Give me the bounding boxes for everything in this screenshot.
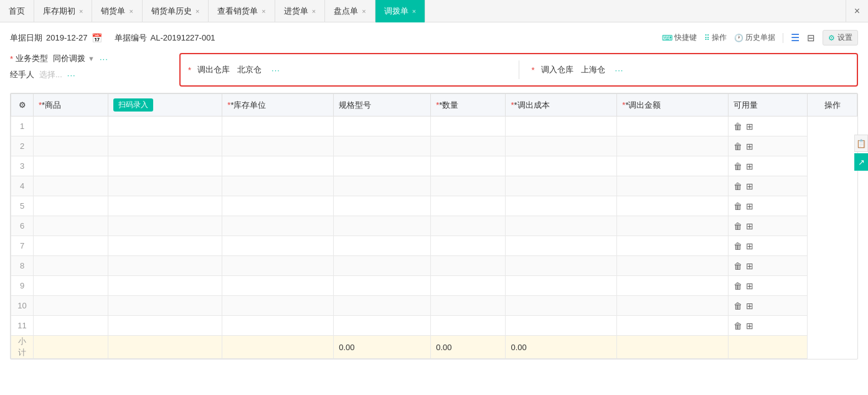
available-cell[interactable] xyxy=(617,276,729,296)
copy-icon[interactable]: ⊞ xyxy=(746,301,753,311)
product-cell[interactable] xyxy=(34,316,108,336)
shortcut-button[interactable]: ⌨ 快捷键 xyxy=(662,32,697,43)
quantity-cell[interactable] xyxy=(334,196,431,216)
unit-cell[interactable] xyxy=(108,117,222,136)
layout1-button[interactable]: ☰ xyxy=(791,32,800,44)
available-cell[interactable] xyxy=(617,196,729,216)
gear-column-header[interactable]: ⚙ xyxy=(11,94,34,117)
tab-home[interactable]: 首页 xyxy=(0,0,34,22)
delete-icon[interactable]: 🗑 xyxy=(734,281,742,291)
tab-close-purchase-order[interactable]: × xyxy=(312,7,316,15)
unit-cell[interactable] xyxy=(108,236,222,256)
product-cell[interactable] xyxy=(34,216,108,236)
export-float-button[interactable]: ↗ xyxy=(854,153,868,171)
handler-more[interactable]: ··· xyxy=(67,70,76,80)
quantity-cell[interactable] xyxy=(334,296,431,316)
quantity-cell[interactable] xyxy=(334,136,431,156)
copy-icon[interactable]: ⊞ xyxy=(746,181,753,191)
copy-icon[interactable]: ⊞ xyxy=(746,221,753,231)
tab-close-sales-history[interactable]: × xyxy=(196,7,199,15)
spec-cell[interactable] xyxy=(222,236,334,256)
unit-cell[interactable] xyxy=(108,276,222,296)
spec-cell[interactable] xyxy=(222,216,334,236)
copy-icon[interactable]: ⊞ xyxy=(746,321,753,331)
tab-close-view-sales[interactable]: × xyxy=(262,7,265,15)
amount-cell[interactable] xyxy=(506,216,617,236)
cost-cell[interactable] xyxy=(431,196,506,216)
tab-close-inventory-count[interactable]: × xyxy=(362,7,366,15)
product-cell[interactable] xyxy=(34,296,108,316)
available-cell[interactable] xyxy=(617,136,729,156)
scan-button[interactable]: 扫码录入 xyxy=(113,98,153,112)
available-cell[interactable] xyxy=(617,316,729,336)
delete-icon[interactable]: 🗑 xyxy=(734,141,742,151)
tab-purchase-order[interactable]: 进货单 × xyxy=(275,0,325,22)
cost-cell[interactable] xyxy=(431,276,506,296)
unit-cell[interactable] xyxy=(108,316,222,336)
tab-close-sales-order[interactable]: × xyxy=(129,7,133,15)
available-cell[interactable] xyxy=(617,256,729,276)
tab-close-inventory-init[interactable]: × xyxy=(79,7,83,15)
out-warehouse-value[interactable]: 北京仓 xyxy=(237,64,262,75)
quantity-cell[interactable] xyxy=(334,316,431,336)
copy-icon[interactable]: ⊞ xyxy=(746,121,753,131)
product-cell[interactable] xyxy=(34,196,108,216)
copy-icon[interactable]: ⊞ xyxy=(746,241,753,251)
delete-icon[interactable]: 🗑 xyxy=(734,241,742,251)
delete-icon[interactable]: 🗑 xyxy=(734,161,742,171)
quantity-cell[interactable] xyxy=(334,156,431,176)
unit-cell[interactable] xyxy=(108,176,222,196)
available-cell[interactable] xyxy=(617,236,729,256)
spec-cell[interactable] xyxy=(222,156,334,176)
business-type-more[interactable]: ··· xyxy=(100,54,108,64)
amount-cell[interactable] xyxy=(506,236,617,256)
delete-icon[interactable]: 🗑 xyxy=(734,221,742,231)
unit-cell[interactable] xyxy=(108,136,222,156)
window-close-button[interactable]: × xyxy=(846,0,868,22)
product-cell[interactable] xyxy=(34,156,108,176)
amount-cell[interactable] xyxy=(506,296,617,316)
copy-icon[interactable]: ⊞ xyxy=(746,141,753,151)
product-cell[interactable] xyxy=(34,176,108,196)
quantity-cell[interactable] xyxy=(334,216,431,236)
tab-view-sales[interactable]: 查看销货单 × xyxy=(209,0,275,22)
spec-cell[interactable] xyxy=(222,256,334,276)
copy-icon[interactable]: ⊞ xyxy=(746,201,753,211)
cost-cell[interactable] xyxy=(431,216,506,236)
delete-icon[interactable]: 🗑 xyxy=(734,261,742,271)
cost-cell[interactable] xyxy=(431,176,506,196)
business-type-select[interactable]: 同价调拨 ▼ xyxy=(53,53,95,64)
settings-button[interactable]: ⚙ 设置 xyxy=(823,30,858,45)
unit-cell[interactable] xyxy=(108,256,222,276)
handler-select[interactable]: 选择... xyxy=(39,69,62,80)
tab-sales-order[interactable]: 销货单 × xyxy=(92,0,142,22)
cost-cell[interactable] xyxy=(431,156,506,176)
amount-cell[interactable] xyxy=(506,117,617,136)
product-cell[interactable] xyxy=(34,276,108,296)
cost-cell[interactable] xyxy=(431,136,506,156)
quantity-cell[interactable] xyxy=(334,276,431,296)
product-cell[interactable] xyxy=(34,256,108,276)
amount-cell[interactable] xyxy=(506,316,617,336)
cost-cell[interactable] xyxy=(431,117,506,136)
spec-cell[interactable] xyxy=(222,196,334,216)
history-button[interactable]: 🕐 历史单据 xyxy=(734,32,775,43)
cost-cell[interactable] xyxy=(431,316,506,336)
in-warehouse-value[interactable]: 上海仓 xyxy=(581,64,605,75)
product-cell[interactable] xyxy=(34,236,108,256)
amount-cell[interactable] xyxy=(506,156,617,176)
product-cell[interactable] xyxy=(34,117,108,136)
available-cell[interactable] xyxy=(617,296,729,316)
tab-sales-history[interactable]: 销货单历史 × xyxy=(143,0,209,22)
tab-close-transfer-order[interactable]: × xyxy=(412,7,416,15)
spec-cell[interactable] xyxy=(222,176,334,196)
calendar-icon[interactable]: 📅 xyxy=(92,33,102,43)
product-cell[interactable] xyxy=(34,136,108,156)
quantity-cell[interactable] xyxy=(334,256,431,276)
tab-inventory-init[interactable]: 库存期初 × xyxy=(34,0,92,22)
amount-cell[interactable] xyxy=(506,256,617,276)
cost-cell[interactable] xyxy=(431,256,506,276)
quantity-cell[interactable] xyxy=(334,176,431,196)
spec-cell[interactable] xyxy=(222,136,334,156)
spec-cell[interactable] xyxy=(222,117,334,136)
